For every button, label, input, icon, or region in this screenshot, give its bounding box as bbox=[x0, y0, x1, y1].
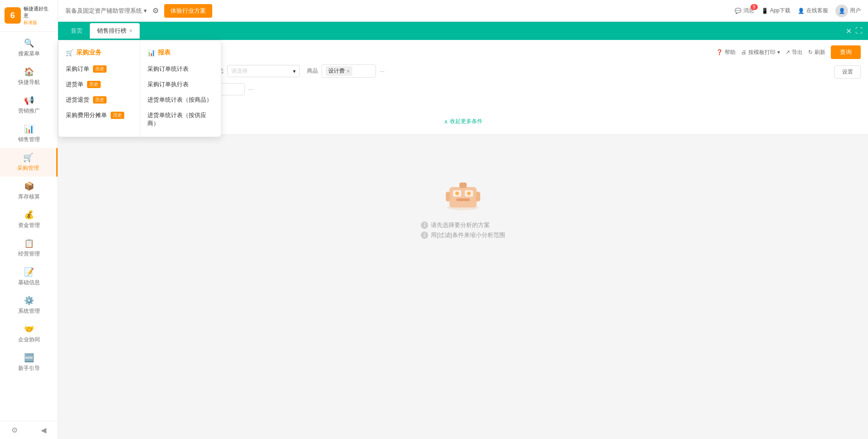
dropdown-item-expense[interactable]: 采购费用分摊单 历史 bbox=[59, 108, 140, 123]
sidebar-settings-btn[interactable]: ⚙ bbox=[11, 426, 18, 434]
message-badge: 9 bbox=[751, 4, 758, 10]
empty-illustration bbox=[436, 171, 490, 212]
svg-point-9 bbox=[467, 192, 471, 195]
sidebar-item-label-basic-info: 基础信息 bbox=[18, 279, 40, 286]
sidebar-item-basic-info[interactable]: 📝 基础信息 bbox=[0, 262, 58, 291]
sidebar-item-enterprise[interactable]: 🤝 企业协同 bbox=[0, 320, 58, 348]
logo-badge: 标准版 bbox=[24, 20, 53, 26]
user-label: 用户 bbox=[850, 7, 861, 15]
dropdown-item-inbound[interactable]: 进货单 历史 bbox=[59, 77, 140, 92]
sidebar-item-icon-system: ⚙️ bbox=[24, 296, 34, 306]
goods-more-dots[interactable]: ··· bbox=[380, 68, 385, 74]
sidebar-item-label-finance: 资金管理 bbox=[18, 222, 40, 229]
sidebar-item-guide[interactable]: 🆕 新手引导 bbox=[0, 348, 58, 377]
tabbar: 首页 销售排行榜 × ✕ ⛶ bbox=[58, 22, 868, 40]
print-label: 按模板打印 bbox=[748, 49, 775, 56]
sidebar-item-search[interactable]: 🔍 搜索菜单 bbox=[0, 34, 58, 62]
goods-tag-close[interactable]: × bbox=[346, 68, 350, 74]
sidebar-item-icon-inventory: 📦 bbox=[24, 181, 34, 191]
svg-point-8 bbox=[455, 192, 459, 195]
sidebar-nav: 🔍 搜索菜单 🏠 快捷导航 📢 营销推广 📊 销售管理 🛒 采购管理 📦 库存核… bbox=[0, 32, 58, 421]
refresh-label: 刷新 bbox=[814, 49, 825, 56]
logo-icon: 6 bbox=[5, 7, 21, 24]
sidebar: 6 畅捷通好生意 标准版 🔍 搜索菜单 🏠 快捷导航 📢 营销推广 📊 销售管理… bbox=[0, 0, 58, 439]
purchase-order-label: 采购订单 bbox=[66, 65, 89, 73]
sidebar-item-system[interactable]: ⚙️ 系统管理 bbox=[0, 291, 58, 320]
tabbar-right: ✕ ⛶ bbox=[846, 27, 863, 35]
purchase-order-badge: 历史 bbox=[93, 65, 107, 73]
dropdown-item-order-stats[interactable]: 采购订单统计表 bbox=[140, 61, 221, 77]
refresh-icon: ↻ bbox=[808, 49, 813, 55]
tabbar-close-icon[interactable]: ✕ bbox=[846, 27, 852, 35]
topbar-right: 💬 消息 9 📱 App下载 👤 在线客服 👤 用户 bbox=[735, 5, 861, 17]
export-btn[interactable]: ↗ 导出 bbox=[785, 49, 803, 56]
svg-rect-7 bbox=[476, 192, 480, 202]
set-btn[interactable]: 设置 bbox=[834, 65, 861, 79]
export-icon: ↗ bbox=[785, 49, 790, 55]
sidebar-item-finance[interactable]: 💰 资金管理 bbox=[0, 205, 58, 234]
query-btn[interactable]: 查询 bbox=[831, 45, 861, 59]
expense-label: 采购费用分摊单 bbox=[66, 111, 107, 119]
print-icon: 🖨 bbox=[741, 49, 746, 55]
sidebar-item-label-guide: 新手引导 bbox=[18, 365, 40, 372]
topbar: 装备及固定资产辅助管理系统 ▾ ⚙ 体验行业方案 💬 消息 9 📱 App下载 … bbox=[58, 0, 868, 22]
topbar-settings-icon[interactable]: ⚙ bbox=[152, 6, 159, 15]
sidebar-item-label-purchase: 采购管理 bbox=[17, 164, 39, 172]
dropdown-col2-title: 📊 报表 bbox=[140, 46, 221, 61]
tab-home-label: 首页 bbox=[71, 27, 83, 35]
inbound-badge: 历史 bbox=[87, 81, 101, 88]
sidebar-item-quick-nav[interactable]: 🏠 快捷导航 bbox=[0, 62, 58, 91]
topbar-service[interactable]: 👤 在线客服 bbox=[798, 7, 828, 15]
system-title-dropdown[interactable]: 装备及固定资产辅助管理系统 ▾ bbox=[65, 7, 147, 15]
print-btn[interactable]: 🖨 按模板打印 ▾ bbox=[741, 49, 780, 56]
topbar-user[interactable]: 👤 用户 bbox=[835, 5, 861, 17]
sidebar-item-icon-basic-info: 📝 bbox=[24, 267, 34, 277]
dropdown-item-return[interactable]: 进货退货 历史 bbox=[59, 92, 140, 108]
refresh-btn[interactable]: ↻ 刷新 bbox=[808, 49, 825, 56]
sidebar-item-label-operations: 经营管理 bbox=[18, 250, 40, 258]
goods-input[interactable]: 设计费 × bbox=[322, 64, 376, 78]
sidebar-item-label-sales: 销售管理 bbox=[18, 136, 40, 143]
empty-circle-1: 1 bbox=[421, 222, 428, 229]
tabbar-expand-icon[interactable]: ⛶ bbox=[855, 27, 863, 35]
bill-status-arrow: ▾ bbox=[293, 68, 296, 74]
goods-label: 商品 bbox=[307, 67, 318, 75]
return-label: 进货退货 bbox=[66, 96, 89, 104]
tab-home[interactable]: 首页 bbox=[63, 23, 90, 39]
inbound-by-supplier-label: 进货单统计表（按供应商） bbox=[147, 111, 214, 128]
dropdown-item-purchase-order[interactable]: 采购订单 历史 bbox=[59, 61, 140, 77]
topbar-app-download[interactable]: 📱 App下载 bbox=[761, 7, 790, 15]
sidebar-item-icon-guide: 🆕 bbox=[24, 353, 34, 363]
tab-close-icon[interactable]: × bbox=[129, 28, 132, 34]
sidebar-item-icon-sales: 📊 bbox=[24, 124, 34, 134]
return-badge: 历史 bbox=[93, 96, 107, 104]
sidebar-item-operations[interactable]: 📋 经营管理 bbox=[0, 234, 58, 262]
inbound-by-goods-label: 进货单统计表（按商品） bbox=[147, 96, 212, 104]
sidebar-item-icon-search: 🔍 bbox=[24, 38, 34, 48]
tab-sales-rank-label: 销售排行榜 bbox=[97, 27, 127, 35]
help-btn[interactable]: ❓ 帮助 bbox=[716, 49, 736, 56]
sidebar-item-purchase[interactable]: 🛒 采购管理 bbox=[0, 148, 58, 177]
export-label: 导出 bbox=[792, 49, 803, 56]
sidebar-item-inventory[interactable]: 📦 库存核算 bbox=[0, 177, 58, 205]
order-stats-label: 采购订单统计表 bbox=[147, 65, 189, 73]
bill-status-input[interactable]: 请选择 ▾ bbox=[227, 65, 300, 77]
phone-icon: 📱 bbox=[761, 8, 768, 14]
dropdown-col1-title: 🛒 采购业务 bbox=[59, 46, 140, 61]
salesperson-dots[interactable]: ··· bbox=[249, 86, 254, 93]
dropdown-item-inbound-by-goods[interactable]: 进货单统计表（按商品） bbox=[140, 92, 221, 108]
dropdown-item-order-exec[interactable]: 采购订单执行表 bbox=[140, 77, 221, 92]
topbar-message[interactable]: 💬 消息 9 bbox=[735, 7, 754, 15]
sidebar-item-label-system: 系统管理 bbox=[18, 307, 40, 315]
industry-btn[interactable]: 体验行业方案 bbox=[164, 4, 212, 18]
svg-rect-1 bbox=[449, 187, 477, 207]
sidebar-item-marketing[interactable]: 📢 营销推广 bbox=[0, 91, 58, 119]
sidebar-item-sales[interactable]: 📊 销售管理 bbox=[0, 119, 58, 148]
dropdown-menu: 🛒 采购业务 采购订单 历史 进货单 历史 进货退货 历史 采购费用分摊单 历史 bbox=[58, 40, 221, 137]
dropdown-item-inbound-by-supplier[interactable]: 进货单统计表（按供应商） bbox=[140, 108, 221, 131]
expense-badge: 历史 bbox=[111, 112, 124, 119]
help-icon: ❓ bbox=[716, 49, 723, 55]
sidebar-item-label-marketing: 营销推广 bbox=[18, 107, 40, 115]
sidebar-collapse-btn[interactable]: ◀ bbox=[41, 426, 46, 434]
tab-sales-rank[interactable]: 销售排行榜 × bbox=[90, 23, 140, 39]
